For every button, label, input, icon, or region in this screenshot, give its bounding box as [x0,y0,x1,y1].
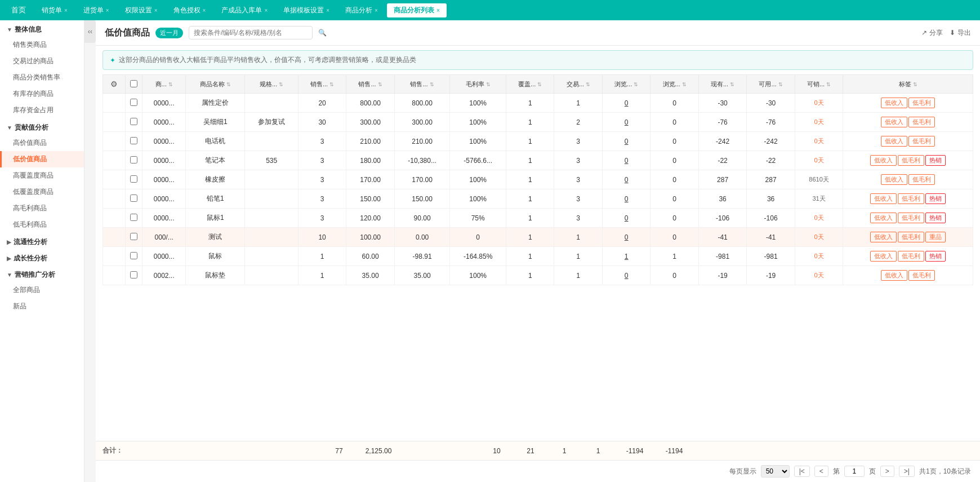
nav-close-icon[interactable]: × [203,7,206,14]
col-sales-qty[interactable]: 销售... ⇅ [298,75,346,94]
cell-name[interactable]: 吴细细1 [186,113,245,132]
col-coverage[interactable]: 覆盖... ⇅ [506,75,554,94]
sidebar-group-contribution[interactable]: ▼ 贡献值分析 [0,118,84,135]
cell-browse1[interactable]: 0 [602,209,650,228]
col-stock2[interactable]: 可用... ⇅ [747,75,795,94]
search-input[interactable] [189,26,313,39]
cell-browse1[interactable]: 0 [602,170,650,189]
nav-close-icon[interactable]: × [106,7,109,14]
row-checkbox[interactable] [130,271,137,278]
row-checkbox[interactable] [130,194,137,202]
cell-gross-rate: 100% [450,170,506,189]
row-checkbox[interactable] [130,137,137,144]
row-checkbox[interactable] [130,175,137,183]
nav-permission[interactable]: 权限设置 × [118,3,164,17]
nav-close-icon[interactable]: × [64,7,68,14]
col-gross-rate[interactable]: 毛利率 ⇅ [450,75,506,94]
row-checkbox[interactable] [130,156,137,163]
share-button[interactable]: ↗ 分享 [921,28,943,38]
sidebar-group-growth[interactable]: ▶ 成长性分析 [0,249,84,266]
sidebar-item-category-rate[interactable]: 商品分类销售率 [0,69,84,86]
row-checkbox[interactable] [130,214,137,221]
page-number-input[interactable] [844,466,865,477]
nav-product-stock[interactable]: 产成品入库单 × [215,3,274,17]
search-icon[interactable]: 🔍 [318,29,327,37]
nav-purchase[interactable]: 进货单 × [77,3,116,17]
row-checkbox[interactable] [130,252,137,259]
col-stock1[interactable]: 现有... ⇅ [698,75,746,94]
date-badge[interactable]: 近一月 [155,28,183,38]
sidebar-item-high-profit[interactable]: 高毛利商品 [0,200,84,216]
col-stock3[interactable]: 可销... ⇅ [795,75,843,94]
cell-days: 8610天 [795,170,843,189]
cell-browse1[interactable]: 0 [602,189,650,209]
sidebar-item-high-coverage[interactable]: 高覆盖度商品 [0,167,84,184]
page-prev-button[interactable]: < [814,466,828,477]
cell-name[interactable]: 属性定价 [186,94,245,113]
col-browse2[interactable]: 浏览... ⇅ [651,75,698,94]
nav-close-icon[interactable]: × [375,7,378,14]
sidebar-item-high-value[interactable]: 高价值商品 [0,135,84,151]
sidebar-item-sales-goods[interactable]: 销售类商品 [0,37,84,53]
nav-close-icon[interactable]: × [326,7,329,14]
settings-icon[interactable]: ⚙ [110,79,118,89]
cell-name[interactable]: 测试 [186,228,245,247]
sidebar-item-low-profit[interactable]: 低毛利商品 [0,216,84,233]
page-next-button[interactable]: > [880,466,894,477]
sidebar-group-overall[interactable]: ▼ 整体信息 [0,20,84,37]
cell-browse1[interactable]: 0 [602,132,650,151]
cell-name[interactable]: 鼠标垫 [186,266,245,285]
col-gear[interactable]: ⚙ [103,75,126,94]
cell-browse1[interactable]: 0 [602,94,650,113]
select-all-checkbox[interactable] [130,80,137,87]
cell-name[interactable]: 铅笔1 [186,189,245,209]
sidebar-item-stock-capital[interactable]: 库存资金占用 [0,102,84,118]
nav-role[interactable]: 角色授权 × [167,3,213,17]
export-button[interactable]: ⬇ 导出 [950,28,971,38]
cell-browse1[interactable]: 1 [602,247,650,266]
page-first-button[interactable]: |< [794,466,810,477]
sidebar-group-marketing[interactable]: ▼ 营销推广分析 [0,266,84,282]
cell-name[interactable]: 橡皮擦 [186,170,245,189]
page-size-select[interactable]: 50 100 200 [761,465,790,477]
cell-name[interactable]: 鼠标1 [186,209,245,228]
cell-sales-total: 300.00 [394,113,450,132]
col-name[interactable]: 商品名称 ⇅ [186,75,245,94]
col-sales-price[interactable]: 销售... ⇅ [346,75,394,94]
nav-home[interactable]: 首页 [5,3,33,17]
cell-name[interactable]: 电话机 [186,132,245,151]
nav-template[interactable]: 单据模板设置 × [277,3,336,17]
col-trade[interactable]: 交易... ⇅ [554,75,602,94]
sidebar-group-circulation[interactable]: ▶ 流通性分析 [0,233,84,249]
nav-product-analysis-list[interactable]: 商品分析列表 × [387,3,447,17]
nav-close-icon[interactable]: × [264,7,268,14]
col-tag[interactable]: 标签 ⇅ [843,75,973,94]
row-checkbox[interactable] [130,99,137,106]
col-browse1[interactable]: 浏览... ⇅ [602,75,650,94]
cell-browse1[interactable]: 0 [602,266,650,285]
sidebar-item-low-coverage[interactable]: 低覆盖度商品 [0,184,84,200]
nav-product-analysis[interactable]: 商品分析 × [338,3,385,17]
sidebar-item-traded-goods[interactable]: 交易过的商品 [0,53,84,69]
sidebar-item-new-goods[interactable]: 新品 [0,298,84,315]
cell-browse1[interactable]: 0 [602,113,650,132]
sidebar-item-low-value[interactable]: 低价值商品 [0,151,84,167]
nav-sales-order[interactable]: 销货单 × [35,3,74,17]
page-last-button[interactable]: >| [899,466,915,477]
nav-close-active-icon[interactable]: × [436,7,440,14]
cell-browse1[interactable]: 0 [602,228,650,247]
table-row: 0000... 电话机 3 210.00 210.00 100% 1 3 0 0… [103,132,973,151]
row-checkbox[interactable] [130,118,137,125]
col-spec[interactable]: 规格... ⇅ [245,75,298,94]
sidebar-item-all-goods[interactable]: 全部商品 [0,282,84,298]
nav-close-icon[interactable]: × [154,7,158,14]
sidebar-collapse-button[interactable]: ‹‹ [84,20,96,43]
col-sales-total[interactable]: 销售... ⇅ [394,75,450,94]
sidebar: ▼ 整体信息 销售类商品 交易过的商品 商品分类销售率 有库存的商品 库存资金占… [0,20,84,482]
cell-name[interactable]: 鼠标 [186,247,245,266]
cell-name[interactable]: 笔记本 [186,151,245,170]
sidebar-item-stock-goods[interactable]: 有库存的商品 [0,86,84,102]
row-checkbox[interactable] [130,233,137,240]
col-code[interactable]: 商... ⇅ [142,75,186,94]
cell-browse1[interactable]: 0 [602,151,650,170]
